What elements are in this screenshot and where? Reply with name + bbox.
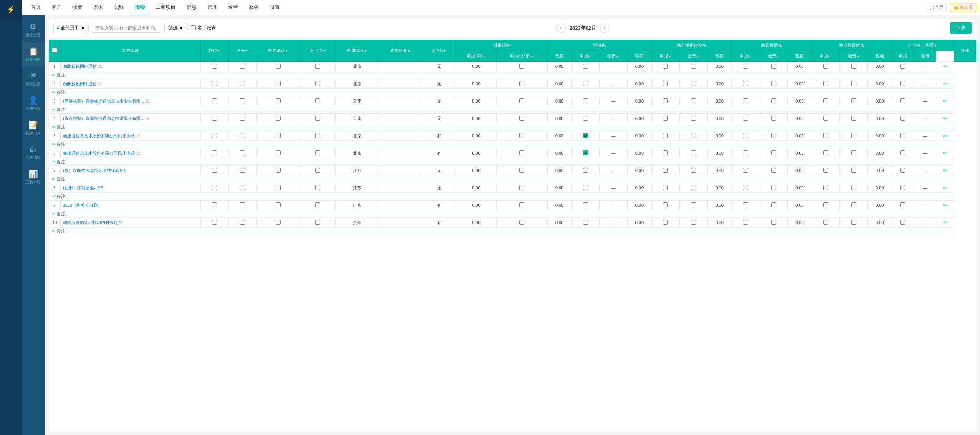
vat-declare-checkbox[interactable] bbox=[583, 81, 588, 86]
note-edit-icon[interactable]: ✏ bbox=[52, 90, 55, 94]
fin-year-checkbox[interactable] bbox=[519, 220, 524, 225]
city-declare-checkbox[interactable] bbox=[663, 220, 668, 225]
edu-pay-checkbox[interactable] bbox=[771, 81, 776, 86]
city-pay-checkbox[interactable] bbox=[691, 168, 696, 173]
chaoshui-checkbox[interactable] bbox=[212, 150, 217, 155]
vat-declare-checkbox[interactable] bbox=[583, 185, 588, 190]
edit-icon[interactable]: ✏ bbox=[943, 202, 948, 208]
sec-personal-tax[interactable]: 👤 个税申报 bbox=[22, 91, 45, 116]
nav-settings[interactable]: 设置 bbox=[264, 0, 285, 15]
note-edit-icon[interactable]: ✏ bbox=[52, 194, 55, 199]
note-edit-icon[interactable]: ✏ bbox=[52, 159, 55, 164]
client-link[interactable]: 2013（陶美芳勿删） bbox=[63, 203, 102, 207]
client-link[interactable]: 畅捷通信息技术股份有限公司民非测试 bbox=[63, 151, 135, 155]
client-link[interactable]: 测试斯赛的凭证打印的时候是否 bbox=[63, 220, 122, 225]
stamp-declare-checkbox[interactable] bbox=[900, 64, 905, 69]
localedu-pay-checkbox[interactable] bbox=[851, 202, 856, 207]
city-declare-checkbox[interactable] bbox=[663, 98, 668, 103]
city-pay-checkbox[interactable] bbox=[691, 220, 696, 225]
note-edit-icon[interactable]: ✏ bbox=[52, 72, 55, 77]
client-link[interactable]: 勿删新锐网络通信 bbox=[63, 64, 97, 69]
vat-declare-checkbox[interactable] bbox=[583, 220, 588, 225]
edit-icon[interactable]: ✏ bbox=[943, 167, 948, 174]
edu-declare-checkbox[interactable] bbox=[743, 116, 748, 121]
edu-declare-checkbox[interactable] bbox=[743, 202, 748, 207]
wansui-checkbox[interactable] bbox=[315, 133, 320, 138]
city-declare-checkbox[interactable] bbox=[663, 168, 668, 173]
fin-year-checkbox[interactable] bbox=[519, 64, 524, 69]
chaoshui-checkbox[interactable] bbox=[212, 202, 217, 207]
qingka-checkbox[interactable] bbox=[240, 150, 245, 155]
edu-pay-checkbox[interactable] bbox=[771, 64, 776, 69]
wansui-checkbox[interactable] bbox=[315, 116, 320, 121]
customer-confirm-checkbox[interactable] bbox=[276, 202, 281, 207]
localedu-pay-checkbox[interactable] bbox=[851, 150, 856, 155]
city-declare-checkbox[interactable] bbox=[663, 150, 668, 155]
localedu-pay-checkbox[interactable] bbox=[851, 116, 856, 121]
localedu-pay-checkbox[interactable] bbox=[851, 185, 856, 190]
localedu-pay-checkbox[interactable] bbox=[851, 133, 856, 138]
localedu-declare-checkbox[interactable] bbox=[823, 150, 828, 155]
next-month-btn[interactable]: › bbox=[600, 24, 609, 33]
nav-message[interactable]: 消息 bbox=[181, 0, 202, 15]
fin-year-checkbox[interactable] bbox=[519, 150, 524, 155]
sec-tax-view[interactable]: 👁 报税总览 bbox=[22, 67, 45, 91]
customer-confirm-checkbox[interactable] bbox=[276, 220, 281, 225]
edu-declare-checkbox[interactable] bbox=[743, 150, 748, 155]
note-edit-icon[interactable]: ✏ bbox=[52, 211, 55, 216]
stamp-declare-checkbox[interactable] bbox=[900, 202, 905, 207]
vat-declare-checkbox[interactable] bbox=[583, 98, 588, 103]
stamp-declare-checkbox[interactable] bbox=[900, 133, 905, 138]
stamp-declare-checkbox[interactable] bbox=[900, 185, 905, 190]
qingka-checkbox[interactable] bbox=[240, 116, 245, 121]
city-pay-checkbox[interactable] bbox=[691, 81, 696, 86]
city-pay-checkbox[interactable] bbox=[691, 133, 696, 138]
fin-year-checkbox[interactable] bbox=[519, 168, 524, 173]
localedu-declare-checkbox[interactable] bbox=[823, 202, 828, 207]
city-declare-checkbox[interactable] bbox=[663, 64, 668, 69]
chaoshui-checkbox[interactable] bbox=[212, 133, 217, 138]
mingxia-checkbox[interactable] bbox=[191, 25, 196, 30]
edu-pay-checkbox[interactable] bbox=[771, 116, 776, 121]
qingka-checkbox[interactable] bbox=[240, 185, 245, 190]
nav-industry[interactable]: 工商项目 bbox=[150, 0, 181, 15]
city-pay-checkbox[interactable] bbox=[691, 116, 696, 121]
chaoshui-checkbox[interactable] bbox=[212, 81, 217, 86]
wansui-checkbox[interactable] bbox=[315, 64, 320, 69]
city-declare-checkbox[interactable] bbox=[663, 116, 668, 121]
edit-icon[interactable]: ✏ bbox=[943, 81, 948, 87]
stamp-declare-checkbox[interactable] bbox=[900, 98, 905, 103]
vat-declare-checkbox[interactable] bbox=[583, 202, 588, 207]
wansui-checkbox[interactable] bbox=[315, 150, 320, 155]
edu-declare-checkbox[interactable] bbox=[743, 168, 748, 173]
wansui-checkbox[interactable] bbox=[315, 202, 320, 207]
customer-confirm-checkbox[interactable] bbox=[276, 98, 281, 103]
qingka-checkbox[interactable] bbox=[240, 168, 245, 173]
stamp-declare-checkbox[interactable] bbox=[900, 81, 905, 86]
search-input[interactable] bbox=[95, 25, 149, 31]
sec-annual-report[interactable]: 📊 工商年报 bbox=[22, 165, 45, 189]
edu-pay-checkbox[interactable] bbox=[771, 98, 776, 103]
client-link[interactable]: (库存核算）直播畅捷通信息技术股份有限... bbox=[63, 99, 144, 103]
nav-billing[interactable]: 收费 bbox=[67, 0, 88, 15]
wansui-checkbox[interactable] bbox=[315, 81, 320, 86]
localedu-declare-checkbox[interactable] bbox=[823, 185, 828, 190]
city-pay-checkbox[interactable] bbox=[691, 64, 696, 69]
nav-client[interactable]: 客户 bbox=[46, 0, 67, 15]
customer-confirm-checkbox[interactable] bbox=[276, 150, 281, 155]
fin-year-checkbox[interactable] bbox=[519, 98, 524, 103]
edit-icon[interactable]: ✏ bbox=[943, 115, 948, 121]
nav-management[interactable]: 管理 bbox=[202, 0, 223, 15]
wansui-checkbox[interactable] bbox=[315, 98, 320, 103]
edu-declare-checkbox[interactable] bbox=[743, 133, 748, 138]
city-declare-checkbox[interactable] bbox=[663, 133, 668, 138]
localedu-pay-checkbox[interactable] bbox=[851, 220, 856, 225]
vat-declare-checkbox[interactable] bbox=[583, 168, 588, 173]
chaoshui-checkbox[interactable] bbox=[212, 220, 217, 225]
city-declare-checkbox[interactable] bbox=[663, 202, 668, 207]
edit-icon[interactable]: ✏ bbox=[943, 185, 948, 191]
edu-declare-checkbox[interactable] bbox=[743, 220, 748, 225]
fin-year-checkbox[interactable] bbox=[519, 185, 524, 190]
checkbox-minxiabiaobiao[interactable]: 名下账表 bbox=[191, 25, 216, 31]
qingka-checkbox[interactable] bbox=[240, 202, 245, 207]
